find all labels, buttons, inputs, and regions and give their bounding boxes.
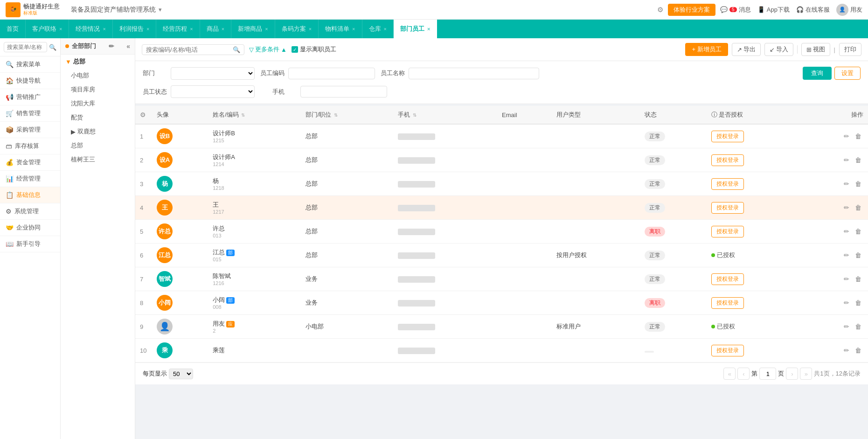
phone-input[interactable] bbox=[300, 86, 387, 98]
edit-btn[interactable]: ✏ bbox=[842, 298, 851, 307]
auth-btn[interactable]: 授权登录 bbox=[711, 131, 744, 142]
search-btn[interactable]: 查询 bbox=[803, 67, 832, 80]
tree-node-植树王三[interactable]: 植树王三 bbox=[61, 153, 135, 167]
auth-btn[interactable]: 授权登录 bbox=[711, 154, 744, 166]
edit-btn[interactable]: ✏ bbox=[842, 179, 851, 188]
set-btn[interactable]: 设置 bbox=[834, 67, 861, 80]
edit-btn[interactable]: ✏ bbox=[842, 132, 851, 141]
close-tab-icon[interactable]: × bbox=[265, 26, 268, 32]
tree-node-总部[interactable]: 总部 bbox=[61, 139, 135, 153]
message-icon-wrap[interactable]: 💬 5 消息 bbox=[720, 6, 751, 14]
th-settings[interactable]: ⚙ bbox=[135, 106, 152, 124]
delete-btn[interactable]: 🗑 bbox=[853, 203, 863, 212]
sidebar-item-库存核算[interactable]: 🗃 库存核算 bbox=[0, 138, 60, 154]
edit-btn[interactable]: ✏ bbox=[842, 274, 851, 284]
close-tab-icon[interactable]: × bbox=[427, 26, 430, 32]
sidebar-item-营销推广[interactable]: 📢 营销推广 bbox=[0, 89, 60, 105]
sidebar-item-采购管理[interactable]: 📦 采购管理 bbox=[0, 122, 60, 138]
sidebar-item-新手引导[interactable]: 📖 新手引导 bbox=[0, 236, 60, 252]
chevron-down-icon[interactable]: ▾ bbox=[159, 6, 162, 13]
close-tab-icon[interactable]: × bbox=[309, 26, 312, 32]
close-tab-icon[interactable]: × bbox=[146, 26, 149, 32]
print-btn[interactable]: 打印 bbox=[839, 43, 861, 56]
edit-btn[interactable]: ✏ bbox=[842, 155, 851, 165]
close-tab-icon[interactable]: × bbox=[103, 26, 105, 32]
edit-btn[interactable]: ✏ bbox=[842, 346, 851, 355]
prev-page-btn[interactable]: ‹ bbox=[737, 368, 750, 380]
edit-btn[interactable]: ✏ bbox=[842, 251, 851, 260]
tree-node-沈阳大库[interactable]: 沈阳大库 bbox=[61, 97, 135, 111]
nav-tab-首页[interactable]: 首页 bbox=[0, 20, 26, 38]
nav-tab-条码方案[interactable]: 条码方案× bbox=[275, 20, 319, 38]
sidebar-item-经营管理[interactable]: 📊 经营管理 bbox=[0, 171, 60, 187]
sidebar-search-input[interactable] bbox=[4, 42, 47, 52]
nav-tab-经营历程[interactable]: 经营历程× bbox=[156, 20, 200, 38]
delete-btn[interactable]: 🗑 bbox=[853, 274, 863, 284]
sidebar-item-资金管理[interactable]: 💰 资金管理 bbox=[0, 154, 60, 171]
collapse-tree-icon[interactable]: « bbox=[126, 42, 130, 50]
delete-btn[interactable]: 🗑 bbox=[853, 322, 863, 331]
close-tab-icon[interactable]: × bbox=[222, 26, 224, 32]
delete-btn[interactable]: 🗑 bbox=[853, 298, 863, 307]
next-page-btn[interactable]: › bbox=[786, 368, 798, 380]
auth-btn[interactable]: 授权登录 bbox=[711, 226, 744, 237]
sidebar-item-基础信息[interactable]: 📋 基础信息 bbox=[0, 187, 60, 203]
code-input[interactable] bbox=[288, 68, 375, 79]
gear-icon[interactable]: ⚙ bbox=[657, 6, 663, 14]
delete-btn[interactable]: 🗑 bbox=[853, 346, 863, 355]
per-page-select[interactable]: 50 100 200 bbox=[169, 369, 193, 379]
tree-node-项目库房[interactable]: 项目库房 bbox=[61, 83, 135, 97]
nav-tab-仓库[interactable]: 仓库× bbox=[362, 20, 394, 38]
edit-btn[interactable]: ✏ bbox=[842, 322, 851, 331]
tree-node-总部[interactable]: ▼ 总部 bbox=[61, 55, 135, 69]
auth-btn[interactable]: 授权登录 bbox=[711, 178, 744, 190]
add-employee-btn[interactable]: + 新增员工 bbox=[685, 43, 728, 56]
delete-btn[interactable]: 🗑 bbox=[853, 227, 863, 236]
sidebar-item-快捷导航[interactable]: 🏠 快捷导航 bbox=[0, 73, 60, 89]
view-btn[interactable]: ⊞ 视图 bbox=[801, 43, 830, 56]
try-btn[interactable]: 体验行业方案 bbox=[668, 4, 715, 16]
online-service[interactable]: 🎧 在线客服 bbox=[796, 6, 830, 14]
close-tab-icon[interactable]: × bbox=[190, 26, 193, 32]
status-select[interactable] bbox=[171, 85, 255, 98]
delete-btn[interactable]: 🗑 bbox=[853, 251, 863, 260]
delete-btn[interactable]: 🗑 bbox=[853, 155, 863, 165]
user-area[interactable]: 👤 用友 bbox=[836, 4, 862, 16]
search-input[interactable] bbox=[146, 46, 231, 53]
sidebar-item-销售管理[interactable]: 🛒 销售管理 bbox=[0, 105, 60, 122]
edit-btn[interactable]: ✏ bbox=[842, 227, 851, 236]
delete-btn[interactable]: 🗑 bbox=[853, 132, 863, 141]
nav-tab-利润报告[interactable]: 利润报告× bbox=[113, 20, 156, 38]
last-page-btn[interactable]: » bbox=[800, 368, 812, 380]
more-filter-btn[interactable]: ▽ 更多条件 ▲ bbox=[249, 45, 287, 54]
first-page-btn[interactable]: « bbox=[723, 368, 736, 380]
export-btn[interactable]: ↗ 导出 bbox=[732, 43, 761, 56]
nav-tab-新增商品[interactable]: 新增商品× bbox=[231, 20, 275, 38]
name-input[interactable] bbox=[409, 68, 539, 79]
tree-node-双鹿想[interactable]: ▶ 双鹿想 bbox=[61, 125, 135, 139]
auth-btn[interactable]: 授权登录 bbox=[711, 273, 744, 285]
sidebar-item-系统管理[interactable]: ⚙ 系统管理 bbox=[0, 203, 60, 220]
auth-btn[interactable]: 授权登录 bbox=[711, 297, 744, 309]
sidebar-item-企业协同[interactable]: 🤝 企业协同 bbox=[0, 220, 60, 236]
close-tab-icon[interactable]: × bbox=[59, 26, 62, 32]
th-phone[interactable]: 手机 ⇅ bbox=[393, 106, 497, 124]
edit-btn[interactable]: ✏ bbox=[842, 203, 851, 212]
show-inactive-checkbox[interactable]: ✓ bbox=[292, 46, 298, 53]
nav-tab-经营情况[interactable]: 经营情况× bbox=[69, 20, 112, 38]
nav-tab-客户联络[interactable]: 客户联络× bbox=[26, 20, 69, 38]
tree-node-配货[interactable]: 配货 bbox=[61, 111, 135, 125]
import-btn[interactable]: ↙ 导入 bbox=[764, 43, 793, 56]
sidebar-item-搜索菜单[interactable]: 🔍 搜索菜单 bbox=[0, 56, 60, 73]
nav-tab-物料清单[interactable]: 物料清单× bbox=[319, 20, 362, 38]
edit-tree-icon[interactable]: ✏ bbox=[109, 42, 114, 50]
close-tab-icon[interactable]: × bbox=[384, 26, 387, 32]
auth-btn[interactable]: 授权登录 bbox=[711, 345, 744, 356]
auth-btn[interactable]: 授权登录 bbox=[711, 202, 744, 214]
app-download[interactable]: 📱 App下载 bbox=[757, 6, 790, 14]
th-name[interactable]: 姓名/编码 ⇅ bbox=[208, 106, 301, 124]
nav-tab-部门员工[interactable]: 部门员工× bbox=[394, 20, 437, 38]
dept-select[interactable] bbox=[171, 67, 255, 80]
page-input[interactable] bbox=[759, 368, 776, 380]
close-tab-icon[interactable]: × bbox=[352, 26, 355, 32]
